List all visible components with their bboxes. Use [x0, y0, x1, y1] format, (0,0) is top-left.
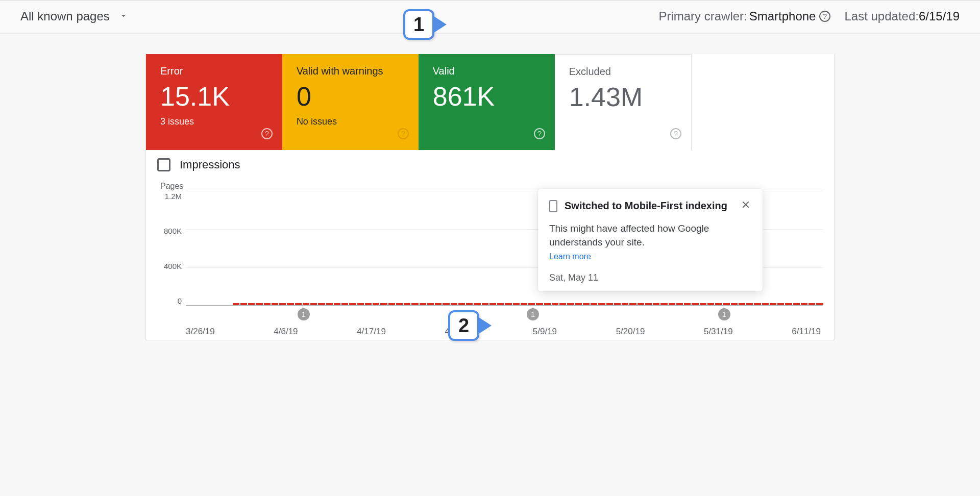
chart-bar[interactable]	[279, 303, 286, 305]
chart-y-tick: 400K	[164, 262, 182, 270]
chart-event-marker[interactable]: 1	[527, 308, 539, 320]
chart-bar[interactable]	[310, 303, 317, 305]
chart-bar[interactable]	[559, 303, 566, 305]
chart-bar[interactable]	[420, 303, 426, 305]
chart-bar[interactable]	[770, 303, 776, 305]
chart-bar[interactable]	[785, 303, 792, 305]
chart-bar[interactable]	[660, 303, 667, 305]
chart-bar[interactable]	[692, 303, 698, 305]
chart-bar[interactable]	[489, 303, 496, 305]
chart-bar[interactable]	[396, 303, 403, 305]
chart-bar[interactable]	[505, 303, 511, 305]
chart-bar[interactable]	[669, 303, 675, 305]
card-error[interactable]: Error 15.1K 3 issues ?	[146, 54, 282, 150]
chart-bar[interactable]	[427, 303, 434, 305]
chart-bar[interactable]	[583, 303, 590, 305]
chart-bar[interactable]	[272, 303, 278, 305]
chart-bar[interactable]	[451, 303, 457, 305]
chart-bar[interactable]	[240, 303, 247, 305]
close-icon[interactable]	[740, 199, 751, 213]
chart-bar[interactable]	[474, 303, 480, 305]
chart-bar[interactable]	[544, 303, 551, 305]
chart-x-axis-line	[186, 305, 823, 306]
chart-bar[interactable]	[318, 303, 325, 305]
chart-bar[interactable]	[287, 303, 293, 305]
chart-bar[interactable]	[536, 303, 543, 305]
chart-bar[interactable]	[731, 303, 738, 305]
annotation-callout-1: 1	[403, 9, 434, 40]
card-excluded[interactable]: Excluded 1.43M ?	[555, 54, 692, 150]
chart-bar[interactable]	[739, 303, 745, 305]
chart-bar[interactable]	[816, 303, 823, 305]
card-excluded-help-icon[interactable]: ?	[670, 128, 682, 142]
chart-bar[interactable]	[598, 303, 605, 305]
card-valid[interactable]: Valid 861K ?	[419, 54, 555, 150]
chart-bar[interactable]	[676, 303, 683, 305]
chart-bar[interactable]	[256, 303, 262, 305]
chart-event-marker[interactable]: 1	[298, 308, 310, 320]
card-error-help-icon[interactable]: ?	[261, 128, 273, 142]
chart-bar[interactable]	[404, 303, 410, 305]
chart-bar[interactable]	[365, 303, 372, 305]
chart-bar[interactable]	[435, 303, 442, 305]
event-tooltip-learn-more-link[interactable]: Learn more	[549, 252, 751, 261]
chart-bar[interactable]	[334, 303, 340, 305]
chart-bar[interactable]	[248, 303, 255, 305]
chart-bar[interactable]	[388, 303, 395, 305]
chart-bar[interactable]	[575, 303, 582, 305]
chart-bar[interactable]	[295, 303, 302, 305]
card-warnings[interactable]: Valid with warnings 0 No issues ?	[282, 54, 419, 150]
chart-bar[interactable]	[341, 303, 348, 305]
chart-bar[interactable]	[567, 303, 574, 305]
chart-bar[interactable]	[754, 303, 761, 305]
chart-bar[interactable]	[357, 303, 364, 305]
chart-bar[interactable]	[411, 303, 418, 305]
chart-bar[interactable]	[482, 303, 488, 305]
chart-bar[interactable]	[349, 303, 356, 305]
chart-bar[interactable]	[746, 303, 753, 305]
chart-event-marker[interactable]: 1	[718, 308, 730, 320]
chart-bar[interactable]	[645, 303, 652, 305]
svg-text:?: ?	[265, 129, 269, 138]
chart-bar[interactable]	[638, 303, 644, 305]
chart-bar[interactable]	[684, 303, 691, 305]
impressions-checkbox[interactable]	[157, 158, 170, 171]
chart-bar[interactable]	[373, 303, 379, 305]
chart-bar[interactable]	[793, 303, 800, 305]
chart-bar[interactable]	[606, 303, 613, 305]
chart-bar[interactable]	[513, 303, 520, 305]
chart-bar[interactable]	[707, 303, 714, 305]
chart-bar[interactable]	[622, 303, 628, 305]
chart-bar[interactable]	[497, 303, 504, 305]
chart-bar[interactable]	[264, 303, 271, 305]
card-error-title: Error	[160, 65, 268, 77]
chart-bar[interactable]	[466, 303, 473, 305]
chart-bar[interactable]	[723, 303, 729, 305]
chart-bar[interactable]	[303, 303, 309, 305]
chart-bar[interactable]	[762, 303, 769, 305]
crawler-help-icon[interactable]: ?	[819, 10, 831, 22]
chart-bar[interactable]	[808, 303, 815, 305]
chart-bar[interactable]	[715, 303, 722, 305]
chart-bar[interactable]	[653, 303, 659, 305]
chart-bar[interactable]	[380, 303, 387, 305]
chart-bar[interactable]	[629, 303, 636, 305]
chart-bar[interactable]	[591, 303, 597, 305]
chart-bar[interactable]	[552, 303, 558, 305]
chart-bar[interactable]	[458, 303, 465, 305]
chart-bar[interactable]	[801, 303, 807, 305]
chart-bar[interactable]	[700, 303, 706, 305]
card-warnings-sub: No issues	[297, 116, 404, 127]
page-filter-dropdown[interactable]: All known pages	[20, 9, 128, 23]
chart-bar[interactable]	[326, 303, 333, 305]
chart-bar[interactable]	[777, 303, 784, 305]
chart-bar[interactable]	[233, 303, 239, 305]
chart-bar[interactable]	[614, 303, 621, 305]
chart-bar[interactable]	[521, 303, 527, 305]
chart-bar[interactable]	[443, 303, 449, 305]
chart-bar[interactable]	[528, 303, 535, 305]
card-warnings-help-icon[interactable]: ?	[397, 128, 409, 142]
smartphone-icon	[549, 200, 557, 212]
page-filter-label: All known pages	[20, 9, 110, 23]
card-valid-help-icon[interactable]: ?	[533, 128, 546, 142]
